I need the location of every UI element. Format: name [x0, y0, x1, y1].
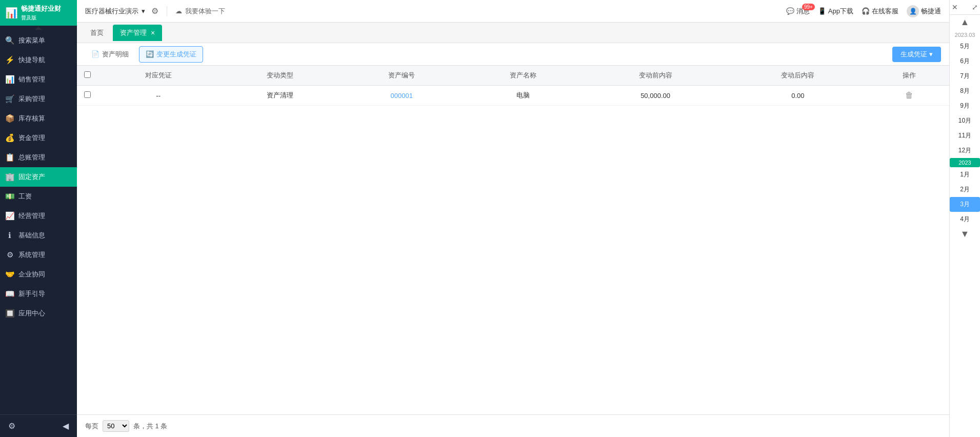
online-service-button[interactable]: 🎧 在线客服 [862, 7, 898, 16]
row-checkbox[interactable] [84, 91, 91, 98]
collab-icon: 🤝 [5, 270, 14, 279]
sidebar-item-sales[interactable]: 📊 销售管理 [0, 70, 77, 89]
sidebar-item-finance[interactable]: 💰 资金管理 [0, 128, 77, 148]
month-7[interactable]: 7月 [950, 69, 980, 84]
sidebar-item-guide[interactable]: 📖 新手引导 [0, 284, 77, 304]
app-icon: 📱 [818, 7, 826, 15]
row-voucher: -- [97, 86, 219, 106]
sidebar-item-operations[interactable]: 📈 经营管理 [0, 206, 77, 226]
sidebar-logo: 📊 畅捷通好业财 普及版 [0, 0, 77, 26]
tabbar: 首页 资产管理 × [77, 23, 949, 43]
month-11[interactable]: 11月 [950, 128, 980, 143]
col-asset-name: 资产名称 [463, 66, 584, 86]
per-page-label: 每页 [85, 422, 98, 431]
table-row: -- 资产清理 000001 电脑 50,000.00 0.00 🗑 [77, 86, 949, 106]
sidebar-item-label: 经营管理 [18, 211, 45, 221]
sidebar-item-ledger[interactable]: 📋 总账管理 [0, 148, 77, 167]
logo-text: 畅捷通好业财 [21, 4, 61, 13]
sidebar-bottom: ⚙ ◀ [0, 414, 77, 437]
sales-icon: 📊 [5, 75, 14, 84]
subtab-asset-detail[interactable]: 📄 资产明细 [85, 47, 135, 62]
sidebar-item-system[interactable]: ⚙ 系统管理 [0, 245, 77, 265]
sidebar-item-label: 新手引导 [18, 289, 45, 299]
sidebar-item-inventory[interactable]: 📦 库存核算 [0, 109, 77, 128]
subtab-right: 生成凭证 ▾ [892, 47, 941, 62]
operations-icon: 📈 [5, 211, 14, 221]
month-8[interactable]: 8月 [950, 84, 980, 98]
quicknav-icon: ⚡ [5, 55, 14, 65]
sidebar-item-purchase[interactable]: 🛒 采购管理 [0, 89, 77, 109]
sidebar-item-quicknav[interactable]: ⚡ 快捷导航 [0, 50, 77, 70]
calendar-nav-up[interactable]: ▲ [950, 15, 980, 30]
row-after: 0.00 [727, 86, 869, 106]
table-wrapper: 对应凭证 变动类型 资产编号 资产名称 变动前内容 [77, 66, 949, 414]
sidebar-item-fixedassets[interactable]: 🏢 固定资产 [0, 167, 77, 187]
col-voucher: 对应凭证 [97, 66, 219, 86]
sidebar-item-label: 快捷导航 [18, 55, 45, 65]
asset-table: 对应凭证 变动类型 资产编号 资产名称 变动前内容 [77, 66, 949, 106]
month-6[interactable]: 6月 [950, 54, 980, 69]
month-3-active[interactable]: 3月 [950, 197, 980, 212]
sidebar-item-salary[interactable]: 💵 工资 [0, 187, 77, 206]
row-checkbox-cell [77, 86, 97, 106]
table-header-row: 对应凭证 变动类型 资产编号 资产名称 变动前内容 [77, 66, 949, 86]
calendar-close-button[interactable]: ✕ [952, 3, 958, 11]
month-1[interactable]: 1月 [950, 167, 980, 182]
sidebar-item-basicinfo[interactable]: ℹ 基础信息 [0, 226, 77, 245]
sidebar-item-label: 企业协同 [18, 270, 45, 279]
col-change-type: 变动类型 [219, 66, 341, 86]
month-9[interactable]: 9月 [950, 98, 980, 113]
change-icon: 🔄 [146, 50, 154, 58]
row-asset-name: 电脑 [463, 86, 584, 106]
calendar-expand-button[interactable]: ⤢ [972, 3, 978, 11]
sidebar-nav: 🔍 搜索菜单 ⚡ 快捷导航 📊 销售管理 🛒 采购管理 📦 库存核算 💰 资金管… [0, 31, 77, 414]
message-button[interactable]: 💬 消息 99+ [786, 7, 810, 16]
logo-icon: 📊 [5, 7, 18, 19]
settings-button[interactable]: ⚙ [6, 419, 17, 433]
select-all-checkbox[interactable] [84, 71, 91, 78]
company-selector[interactable]: 医疗器械行业演示 ▾ [85, 7, 145, 16]
app-download-button[interactable]: 📱 App下载 [818, 7, 853, 16]
month-5[interactable]: 5月 [950, 39, 980, 54]
search-icon: 🔍 [5, 36, 14, 45]
month-12[interactable]: 12月 [950, 143, 980, 158]
salary-icon: 💵 [5, 192, 14, 201]
per-page-select[interactable]: 50 10 20 100 [103, 420, 129, 432]
message-badge: 99+ [802, 4, 815, 10]
row-action-cell: 🗑 [869, 86, 949, 106]
topbar-settings-icon[interactable]: ⚙ [151, 6, 158, 16]
current-year-badge: 2023 [950, 158, 980, 167]
sidebar-item-label: 总账管理 [18, 153, 45, 162]
month-10[interactable]: 10月 [950, 113, 980, 128]
topbar: 医疗器械行业演示 ▾ ⚙ ☁ 我要体验一下 💬 消息 99+ 📱 App下载 🎧… [77, 0, 949, 23]
appcenter-icon: 🔲 [5, 309, 14, 318]
content-area: 📄 资产明细 🔄 变更生成凭证 生成凭证 ▾ [77, 43, 949, 437]
user-menu[interactable]: 👤 畅捷通 [907, 5, 941, 17]
month-2[interactable]: 2月 [950, 182, 980, 197]
checkbox-header [77, 66, 97, 86]
pagination-suffix: 条，共 1 条 [133, 422, 167, 431]
tab-asset-management[interactable]: 资产管理 × [113, 25, 162, 41]
dropdown-icon: ▾ [142, 7, 145, 15]
subtab-change-voucher[interactable]: 🔄 变更生成凭证 [139, 46, 203, 63]
calendar-nav-down[interactable]: ▼ [950, 227, 980, 242]
sidebar-item-label: 资金管理 [18, 133, 45, 143]
company-name: 医疗器械行业演示 [85, 7, 138, 16]
month-4[interactable]: 4月 [950, 212, 980, 227]
row-change-type: 资产清理 [219, 86, 341, 106]
topbar-divider [167, 6, 167, 16]
generate-voucher-button[interactable]: 生成凭证 ▾ [892, 47, 941, 62]
message-icon: 💬 [786, 7, 794, 15]
dropdown-icon: ▾ [929, 50, 933, 58]
tab-close-icon[interactable]: × [151, 29, 155, 37]
fixedassets-icon: 🏢 [5, 172, 14, 182]
collapse-button[interactable]: ◀ [61, 419, 71, 433]
sidebar-item-label: 工资 [18, 192, 32, 201]
experience-button[interactable]: ☁ 我要体验一下 [175, 7, 225, 16]
delete-button[interactable]: 🗑 [905, 91, 913, 100]
sidebar-item-search[interactable]: 🔍 搜索菜单 [0, 31, 77, 50]
sidebar-item-appcenter[interactable]: 🔲 应用中心 [0, 304, 77, 323]
sidebar-item-label: 库存核算 [18, 114, 45, 123]
tab-home[interactable]: 首页 [83, 25, 111, 41]
sidebar-item-collab[interactable]: 🤝 企业协同 [0, 265, 77, 284]
